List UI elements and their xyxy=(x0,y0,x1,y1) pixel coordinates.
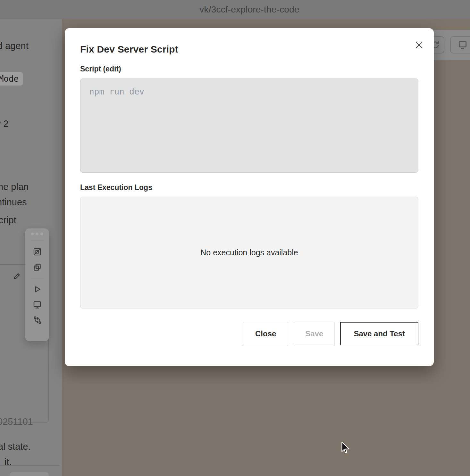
chat-text-fragment: ntinues xyxy=(0,197,27,208)
window-titlebar: vk/3ccf-explore-the-code xyxy=(0,0,470,19)
chat-sidebar: d agent nMode y 2 he plan ntinues cript xyxy=(0,19,62,476)
modal-title: Fix Dev Server Script xyxy=(80,44,418,55)
logs-box: No execution logs available xyxy=(80,197,418,308)
mouse-cursor-icon xyxy=(338,441,351,454)
zen-mode-button[interactable] xyxy=(30,245,44,259)
play-icon xyxy=(32,284,42,294)
copy-icon xyxy=(32,262,42,272)
chat-text-fragment: y 2 xyxy=(0,119,9,129)
chat-text-fragment: d agent xyxy=(0,41,29,51)
code-chip: nMode xyxy=(0,72,23,86)
script-label: Script (edit) xyxy=(80,65,418,73)
close-icon[interactable] xyxy=(413,39,425,52)
sidebar-bottom-button[interactable] xyxy=(10,472,49,476)
chat-text-fragment: al state. xyxy=(0,441,31,452)
code-chip-label: nMode xyxy=(0,74,19,84)
monitor-icon xyxy=(457,39,468,50)
monitor-icon xyxy=(32,300,42,309)
edit-button[interactable] xyxy=(11,270,23,283)
open-preview-button[interactable] xyxy=(450,36,470,53)
toolbar-divider xyxy=(30,241,44,241)
sidebar-divider xyxy=(0,465,60,466)
copy-button[interactable] xyxy=(30,260,44,274)
logs-label: Last Execution Logs xyxy=(80,183,418,192)
branch-swap-icon xyxy=(32,315,42,325)
run-button[interactable] xyxy=(30,282,44,296)
zen-slash-icon xyxy=(32,247,42,257)
script-input[interactable] xyxy=(80,78,418,173)
save-and-test-button[interactable]: Save and Test xyxy=(340,322,418,345)
branch-title: vk/3ccf-explore-the-code xyxy=(199,4,299,15)
floating-toolbar xyxy=(25,228,49,341)
pencil-icon xyxy=(12,271,22,281)
chat-text-fragment: it. xyxy=(4,457,12,467)
modal-footer: Close Save Save and Test xyxy=(80,322,418,345)
chat-text-fragment: cript xyxy=(0,215,16,226)
preview-button[interactable] xyxy=(30,298,44,312)
session-id-fragment: 0251101 xyxy=(0,416,33,427)
chat-text-fragment: he plan xyxy=(0,182,29,192)
logs-empty-text: No execution logs available xyxy=(200,248,298,257)
drag-handle-icon[interactable] xyxy=(31,233,43,235)
close-button[interactable]: Close xyxy=(243,322,288,345)
toolbar-divider xyxy=(30,278,44,278)
fix-dev-server-modal: Fix Dev Server Script Script (edit) Last… xyxy=(65,28,434,366)
branch-button[interactable] xyxy=(30,313,44,327)
save-button[interactable]: Save xyxy=(294,322,335,345)
